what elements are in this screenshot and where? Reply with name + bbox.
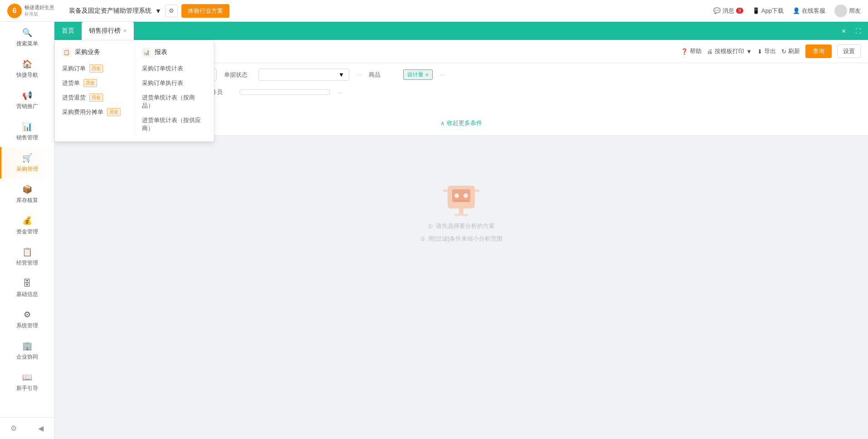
sidebar-label-guide: 新手引导 <box>16 385 38 392</box>
system-dropdown-arrow[interactable]: ▼ <box>155 7 161 15</box>
service-icon: 👤 <box>793 7 800 14</box>
sidebar-label-operation: 经营管理 <box>16 259 38 267</box>
export-icon: ⬇ <box>757 48 762 55</box>
tab-sales-rank-label: 销售排行榜 <box>89 27 121 35</box>
doc-status-dots[interactable]: ··· <box>356 71 361 78</box>
marketing-icon: 📢 <box>22 90 33 101</box>
tab-home[interactable]: 首页 <box>54 22 82 40</box>
menu-item-expense[interactable]: 采购费用分摊单 历史 <box>62 105 127 119</box>
app-download-button[interactable]: 📱 App下载 <box>752 7 784 15</box>
sidebar-item-sales[interactable]: 📊 销售管理 <box>0 116 54 147</box>
empty-hint-1: ① 请先选择要分析的方案 <box>428 222 495 230</box>
search-icon: 🔍 <box>22 27 33 38</box>
doc-status-select[interactable]: ▼ <box>258 69 349 81</box>
settings-bottom-btn[interactable]: ⚙ <box>7 422 20 434</box>
menu-label-purchase-order: 采购订单 <box>62 64 86 73</box>
goods-dots[interactable]: ··· <box>440 71 445 78</box>
sidebar-label-system: 系统管理 <box>16 322 38 330</box>
sidebar-item-guide[interactable]: 📖 新手引导 <box>0 366 54 398</box>
industry-button[interactable]: 体验行业方案 <box>181 4 229 18</box>
purchase-order-badge: 历史 <box>89 64 103 73</box>
message-button[interactable]: 💬 消息 9 <box>713 7 743 15</box>
salesman-dots[interactable]: ··· <box>337 89 342 96</box>
export-button[interactable]: ⬇ 导出 <box>757 47 776 55</box>
system-title-text: 装备及固定资产辅助管理系统 <box>69 7 151 15</box>
user-area[interactable]: 用友 <box>834 5 861 17</box>
salesman-select[interactable] <box>239 89 330 95</box>
help-button[interactable]: ❓ 帮助 <box>681 47 702 55</box>
top-header: 6 畅捷通好生意 标准版 装备及固定资产辅助管理系统 ▼ ⚙ 体验行业方案 💬 … <box>0 0 868 22</box>
query-button[interactable]: 查询 <box>805 44 832 58</box>
purchase-report-section: 📊 报表 采购订单统计表 采购订单执行表 进货单统计表（按商品） 进货单统计表（… <box>134 46 214 136</box>
doc-status-arrow: ▼ <box>338 71 344 78</box>
empty-illustration <box>434 172 488 217</box>
collapse-sidebar-btn[interactable]: ◀ <box>34 422 47 434</box>
sidebar-item-inventory[interactable]: 📦 库存核算 <box>0 178 54 210</box>
menu-label-expense: 采购费用分摊单 <box>62 108 103 116</box>
help-icon: ❓ <box>681 48 688 55</box>
tab-bar-close-btn[interactable]: ✕ <box>837 25 850 37</box>
menu-item-order-stats[interactable]: 采购订单统计表 <box>142 61 207 76</box>
sidebar-label-quicknav: 快捷导航 <box>16 71 38 79</box>
sidebar-bottom: ⚙ ◀ <box>0 417 54 439</box>
system-title-area: 装备及固定资产辅助管理系统 ▼ ⚙ 体验行业方案 <box>69 4 713 18</box>
refresh-label: 刷新 <box>788 47 800 55</box>
sidebar-label-enterprise: 企业协同 <box>16 353 38 361</box>
logo-char: 6 <box>13 7 17 15</box>
sidebar-item-enterprise[interactable]: 🏢 企业协同 <box>0 335 54 366</box>
menu-label-incoming-goods: 进货单统计表（按商品） <box>142 94 207 110</box>
sidebar-item-quicknav[interactable]: 🏠 快捷导航 <box>0 53 54 84</box>
purchase-icon: 🛒 <box>22 153 33 163</box>
purchase-business-section: 📋 采购业务 采购订单 历史 进货单 历史 进货退货 历史 采购费用分摊单 历史 <box>55 46 134 136</box>
operation-icon: 📋 <box>22 247 33 257</box>
sidebar-item-finance[interactable]: 💰 资金管理 <box>0 210 54 241</box>
goods-tag-label: 设计量 <box>407 71 424 79</box>
purchase-dropdown-menu: 📋 采购业务 采购订单 历史 进货单 历史 进货退货 历史 采购费用分摊单 历史… <box>54 40 214 142</box>
sidebar-item-system[interactable]: ⚙ 系统管理 <box>0 304 54 335</box>
tab-bar-controls: ✕ ⛶ <box>837 25 868 37</box>
user-avatar <box>834 5 847 17</box>
incoming-badge: 历史 <box>83 79 97 87</box>
svg-point-2 <box>454 193 459 198</box>
logo-icon: 6 <box>7 4 22 18</box>
settings-button[interactable]: 设置 <box>837 44 861 58</box>
sidebar-item-search[interactable]: 🔍 搜索菜单 <box>0 22 54 53</box>
sidebar-label-finance: 资金管理 <box>16 228 38 236</box>
menu-label-incoming: 进货单 <box>62 79 80 87</box>
svg-rect-4 <box>454 200 468 202</box>
message-icon: 💬 <box>713 7 721 14</box>
report-section-icon: 📊 <box>142 48 151 57</box>
svg-rect-8 <box>475 189 479 192</box>
sidebar-item-operation[interactable]: 📋 经营管理 <box>0 241 54 272</box>
menu-item-purchase-order[interactable]: 采购订单 历史 <box>62 61 127 76</box>
tab-sales-rank[interactable]: 销售排行榜 × <box>82 22 134 40</box>
sidebar-item-marketing[interactable]: 📢 营销推广 <box>0 84 54 116</box>
online-service-button[interactable]: 👤 在线客服 <box>793 7 825 15</box>
basic-icon: 🗄 <box>22 278 33 289</box>
print-button[interactable]: 🖨 按模板打印 ▼ <box>707 47 752 55</box>
menu-item-incoming-supplier[interactable]: 进货单统计表（按供应商） <box>142 113 207 136</box>
logo-version-badge: 标准版 <box>24 11 54 17</box>
sidebar-label-basic: 基础信息 <box>16 291 38 298</box>
menu-item-return[interactable]: 进货退货 历史 <box>62 90 127 105</box>
tab-bar-maximize-btn[interactable]: ⛶ <box>852 25 864 37</box>
tab-home-label: 首页 <box>62 27 74 35</box>
menu-item-incoming-goods[interactable]: 进货单统计表（按商品） <box>142 90 207 113</box>
sidebar-label-purchase: 采购管理 <box>16 165 38 173</box>
empty-hint1-text: 请先选择要分析的方案 <box>436 222 495 230</box>
enterprise-icon: 🏢 <box>22 340 33 351</box>
goods-tag: 设计量 × <box>403 69 433 80</box>
empty-state: ① 请先选择要分析的方案 ② 用[过滤]条件来缩小分析范围 <box>54 136 868 279</box>
collapse-up-icon: ∧ <box>440 120 445 127</box>
menu-item-incoming[interactable]: 进货单 历史 <box>62 76 127 90</box>
menu-item-order-exec[interactable]: 采购订单执行表 <box>142 76 207 90</box>
refresh-button[interactable]: ↻ 刷新 <box>781 47 800 55</box>
sidebar-item-basic[interactable]: 🗄 基础信息 <box>0 272 54 304</box>
menu-label-incoming-supplier: 进货单统计表（按供应商） <box>142 116 207 133</box>
goods-tag-remove[interactable]: × <box>425 72 429 78</box>
tab-close-icon[interactable]: × <box>123 28 127 34</box>
sales-icon: 📊 <box>22 121 33 132</box>
gear-button[interactable]: ⚙ <box>165 5 178 17</box>
finance-icon: 💰 <box>22 215 33 226</box>
sidebar-item-purchase[interactable]: 🛒 采购管理 <box>0 147 54 178</box>
